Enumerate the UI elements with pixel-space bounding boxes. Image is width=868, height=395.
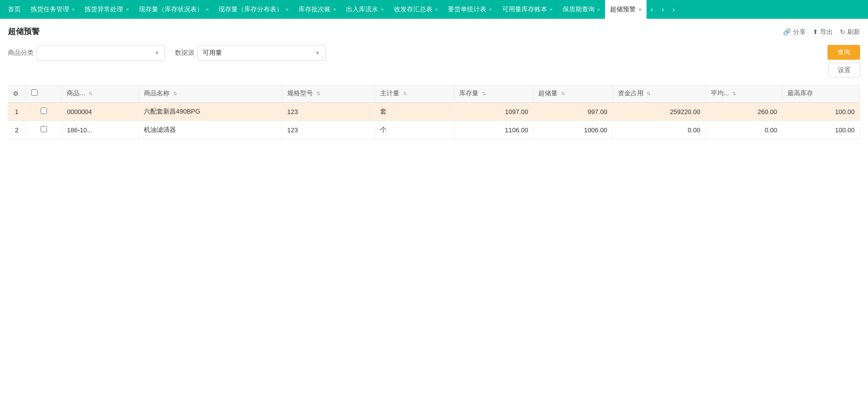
th-avg-label: 平均... xyxy=(711,89,729,97)
th-overstock[interactable]: 超储量 ⇅ xyxy=(533,84,612,103)
td-stock-1: 1106.00 xyxy=(454,121,533,139)
td-seq-1: 2 xyxy=(8,121,26,139)
th-spec[interactable]: 规格型号 ⇅ xyxy=(282,84,375,103)
nav-expand-arrow[interactable]: › xyxy=(668,0,679,19)
th-settings-gear[interactable]: ⚙ xyxy=(8,84,26,103)
data-source-select[interactable]: 可用量 ▼ xyxy=(197,45,326,61)
chevron-down-icon: ▼ xyxy=(154,50,160,56)
th-checkbox[interactable] xyxy=(26,84,62,103)
nav-inout-flow[interactable]: 出入库流水 × xyxy=(341,0,389,19)
td-stock-0: 1097.00 xyxy=(454,103,533,121)
close-inout-flow[interactable]: × xyxy=(381,6,384,12)
td-spec-0: 123 xyxy=(282,103,375,121)
close-recv-send[interactable]: × xyxy=(435,6,438,12)
product-category-label: 商品分类 xyxy=(8,48,34,57)
export-button[interactable]: ⬆ 导出 xyxy=(813,28,833,37)
query-button[interactable]: 查询 xyxy=(827,45,860,60)
filter-fields: 商品分类 ▼ 数据源 可用量 ▼ xyxy=(8,45,813,61)
nav-pick-task[interactable]: 拣货任务管理 × xyxy=(26,0,80,19)
page-title: 超储预警 xyxy=(8,27,40,37)
table-row: 1 0000004 六配套新昌490BPG 123 套 1097.00 997.… xyxy=(8,103,860,121)
th-product-name-label: 商品名称 xyxy=(144,89,170,97)
share-button[interactable]: 🔗 分享 xyxy=(783,28,806,37)
close-pick-task[interactable]: × xyxy=(72,6,75,12)
th-capital[interactable]: 资金占用 ⇅ xyxy=(612,84,705,103)
th-max-stock[interactable]: 最高库存 xyxy=(782,84,860,103)
nav-quality-period[interactable]: 保质期查询 × xyxy=(558,0,605,19)
data-table: ⚙ 商品... ⇅ 商品名称 ⇅ 规格型号 ⇅ 主计量 xyxy=(8,84,860,139)
product-category-select[interactable]: ▼ xyxy=(37,45,165,61)
th-spec-label: 规格型号 xyxy=(287,89,313,97)
close-stock-status[interactable]: × xyxy=(206,6,209,12)
table-header-row: ⚙ 商品... ⇅ 商品名称 ⇅ 规格型号 ⇅ 主计量 xyxy=(8,84,860,103)
td-seq-0: 1 xyxy=(8,103,26,121)
td-spec-1: 123 xyxy=(282,121,375,139)
nav-overstock-warning[interactable]: 超储预警 × xyxy=(605,0,646,19)
header-actions: 🔗 分享 ⬆ 导出 ↻ 刷新 xyxy=(783,28,860,37)
td-product-name-1: 机油滤清器 xyxy=(139,121,282,139)
th-avg[interactable]: 平均... ⇅ xyxy=(705,84,782,103)
select-all-checkbox[interactable] xyxy=(31,89,38,96)
td-max-stock-0: 100.00 xyxy=(782,103,860,121)
close-pick-exception[interactable]: × xyxy=(126,6,129,12)
td-unit-0: 套 xyxy=(375,103,454,121)
nav-prev-arrow[interactable]: ‹ xyxy=(647,0,657,19)
page-header: 超储预警 🔗 分享 ⬆ 导出 ↻ 刷新 xyxy=(8,27,860,37)
data-source-value: 可用量 xyxy=(203,48,222,57)
td-avg-1: 0.00 xyxy=(705,121,782,139)
th-product-name[interactable]: 商品名称 ⇅ xyxy=(139,84,282,103)
sort-icon-unit: ⇅ xyxy=(403,91,407,96)
share-icon: 🔗 xyxy=(783,28,791,36)
td-capital-1: 0.00 xyxy=(612,121,705,139)
filter-actions: 查询 设置 xyxy=(827,45,860,78)
sort-icon-product-code: ⇅ xyxy=(88,91,92,96)
close-available-stock[interactable]: × xyxy=(550,6,553,12)
sort-icon-capital: ⇅ xyxy=(647,91,651,96)
nav-available-stock[interactable]: 可用量库存账本 × xyxy=(497,0,558,19)
th-product-code[interactable]: 商品... ⇅ xyxy=(62,84,139,103)
td-checkbox-1[interactable] xyxy=(26,121,62,139)
refresh-button[interactable]: ↻ 刷新 xyxy=(840,28,860,37)
sort-icon-overstock: ⇅ xyxy=(561,91,565,96)
close-stock-dist[interactable]: × xyxy=(285,6,288,12)
refresh-label: 刷新 xyxy=(847,28,860,37)
close-overstock-warning[interactable]: × xyxy=(638,6,641,12)
nav-recv-send[interactable]: 收发存汇总表 × xyxy=(389,0,443,19)
td-product-name-0: 六配套新昌490BPG xyxy=(139,103,282,121)
th-stock-label: 库存量 xyxy=(459,89,478,97)
sort-icon-product-name: ⇅ xyxy=(173,91,177,96)
sort-icon-stock: ⇅ xyxy=(482,91,486,96)
th-capital-label: 资金占用 xyxy=(618,89,644,97)
export-label: 导出 xyxy=(820,28,833,37)
th-stock[interactable]: 库存量 ⇅ xyxy=(454,84,533,103)
th-unit-label: 主计量 xyxy=(380,89,399,97)
close-order-stat[interactable]: × xyxy=(489,6,492,12)
nav-home[interactable]: 首页 xyxy=(3,0,26,19)
nav-stock-dist[interactable]: 现存量（库存分布表）× xyxy=(214,0,293,19)
th-unit[interactable]: 主计量 ⇅ xyxy=(375,84,454,103)
row-checkbox-1[interactable] xyxy=(41,126,47,132)
td-checkbox-0[interactable] xyxy=(26,103,62,121)
product-category-filter: 商品分类 ▼ xyxy=(8,45,165,61)
filter-row: 商品分类 ▼ 数据源 可用量 ▼ 查询 设置 xyxy=(8,45,860,78)
nav-next-arrow[interactable]: › xyxy=(657,0,668,19)
chevron-down-icon2: ▼ xyxy=(315,50,320,56)
close-quality-period[interactable]: × xyxy=(597,6,600,12)
td-avg-0: 260.00 xyxy=(705,103,782,121)
export-icon: ⬆ xyxy=(813,28,818,36)
nav-pick-exception[interactable]: 拣货异常处理 × xyxy=(80,0,133,19)
settings-button[interactable]: 设置 xyxy=(828,63,860,78)
td-overstock-1: 1006.00 xyxy=(533,121,612,139)
page-content: 超储预警 🔗 分享 ⬆ 导出 ↻ 刷新 商品分类 ▼ xyxy=(0,19,868,395)
data-source-label: 数据源 xyxy=(175,48,194,57)
row-checkbox-0[interactable] xyxy=(41,108,47,114)
close-stock-batch[interactable]: × xyxy=(333,6,336,12)
nav-stock-status[interactable]: 现存量（库存状况表）× xyxy=(134,0,214,19)
th-overstock-label: 超储量 xyxy=(538,89,558,97)
gear-icon: ⚙ xyxy=(13,90,19,97)
sort-icon-spec: ⇅ xyxy=(316,91,320,96)
nav-stock-batch[interactable]: 库存批次账 × xyxy=(294,0,341,19)
td-product-code-0: 0000004 xyxy=(62,103,139,121)
nav-order-stat[interactable]: 要货单统计表 × xyxy=(443,0,497,19)
table-row: 2 186-10... 机油滤清器 123 个 1106.00 1006.00 … xyxy=(8,121,860,139)
